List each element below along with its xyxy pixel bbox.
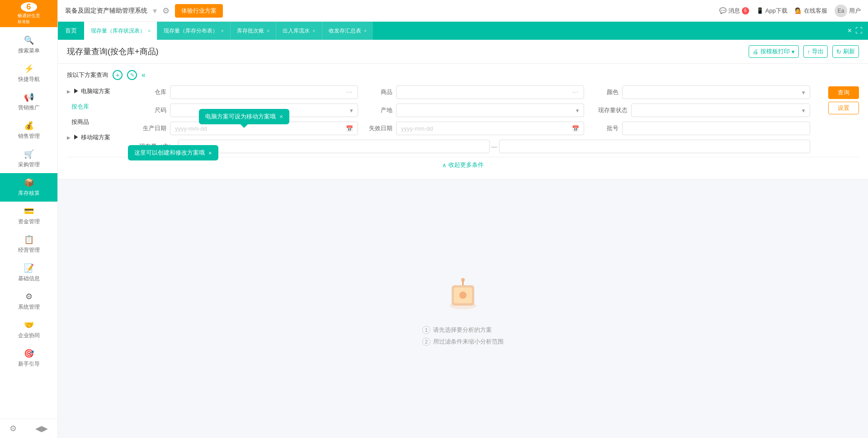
industry-btn[interactable]: 体验行业方案 — [175, 4, 223, 18]
export-icon: ↑ — [807, 48, 811, 55]
desktop-sub2-label: 按商品 — [71, 118, 89, 126]
sidebar-item-guide[interactable]: 🎯 新手引导 — [0, 344, 57, 372]
tooltip-close-btn[interactable]: × — [279, 113, 283, 120]
sidebar-item-inventory[interactable]: 📦 库存核算 — [0, 173, 57, 202]
origin-dropdown-icon: ▾ — [576, 107, 579, 114]
export-label: 导出 — [812, 47, 824, 56]
settings-btn[interactable]: 设置 — [828, 102, 859, 114]
finance-icon: 💳 — [24, 206, 34, 216]
refresh-btn[interactable]: ↻ 刷新 — [832, 45, 859, 58]
export-btn[interactable]: ↑ 导出 — [803, 45, 828, 58]
goods-dots-icon[interactable]: ··· — [571, 88, 580, 96]
stock-status-select[interactable]: ▾ — [631, 104, 810, 117]
print-dropdown-icon: ▾ — [792, 48, 795, 55]
empty-svg — [440, 272, 486, 317]
edit-scheme-btn[interactable]: ✎ — [127, 70, 137, 80]
batch-input[interactable] — [622, 122, 810, 135]
tab-close-icon[interactable]: × — [364, 28, 367, 33]
exp-date-label: 失效日期 — [365, 124, 392, 132]
dropdown-icon[interactable]: ▾ — [153, 6, 157, 16]
online-service-item[interactable]: 💁 在线客服 — [795, 7, 827, 15]
mobile-scheme-label: ▶ 移动端方案 — [73, 133, 110, 141]
sidebar-item-purchase[interactable]: 🛒 采购管理 — [0, 145, 57, 173]
tab-bar: 首页 现存量（库存状况表） × 现存量（库存分布表） × 库存批次账 × 出入库… — [58, 22, 868, 40]
sidebar-item-nav[interactable]: ⚡ 快捷导航 — [0, 59, 57, 88]
tab-batch[interactable]: 库存批次账 × — [230, 22, 276, 40]
origin-label: 产地 — [365, 106, 392, 114]
avatar: Ea — [835, 5, 847, 17]
add-scheme-btn[interactable]: + — [113, 70, 123, 80]
refresh-label: 刷新 — [843, 47, 855, 56]
page-title: 现存量查询(按仓库+商品) — [67, 46, 159, 57]
collapse-sidebar-icon[interactable]: ◀▶ — [35, 424, 48, 433]
stock-qty-max[interactable] — [499, 140, 811, 153]
system-icon: ⚙ — [25, 292, 33, 301]
prev-scheme-icon[interactable]: « — [142, 71, 146, 79]
tab-close-icon[interactable]: × — [221, 28, 223, 33]
tab-close-icon[interactable]: × — [267, 28, 269, 33]
size-label: 尺码 — [139, 106, 166, 114]
sidebar-nav: 🔍 搜索菜单 ⚡ 快捷导航 📢 营销推广 💰 销售管理 🛒 采购管理 📦 库存核… — [0, 27, 57, 419]
service-icon: 💁 — [795, 7, 802, 14]
color-select[interactable]: ▾ — [622, 85, 810, 99]
tab-home[interactable]: 首页 — [58, 22, 84, 40]
lightning-icon: ⚡ — [24, 64, 34, 74]
sidebar-item-management[interactable]: 📋 经营管理 — [0, 230, 57, 259]
tab-summary[interactable]: 收发存汇总表 × — [322, 22, 373, 40]
warehouse-dots-icon[interactable]: ··· — [344, 88, 354, 96]
tab-inventory-dist[interactable]: 现存量（库存分布表） × — [157, 22, 230, 40]
sidebar-item-basic[interactable]: 📝 基础信息 — [0, 259, 57, 287]
top-header: 装备及固定资产辅助管理系统 ▾ ⚙ 体验行业方案 💬 消息 6 📱 App下载 … — [58, 0, 868, 22]
origin-select[interactable]: ▾ — [396, 104, 584, 117]
settings-icon[interactable]: ⚙ — [162, 6, 170, 16]
scheme-desktop-sub2[interactable]: 按商品 — [67, 116, 130, 128]
sidebar-item-label: 企业协同 — [18, 332, 40, 339]
empty-state: 1 请先选择要分析的方案 2 用过滤条件来缩小分析范围 — [58, 179, 868, 438]
stock-qty-min[interactable] — [178, 140, 490, 153]
sidebar-item-marketing[interactable]: 📢 营销推广 — [0, 88, 57, 116]
goods-input[interactable] — [400, 86, 571, 99]
tooltip-desktop-scheme: 电脑方案可设为移动方案哦 × — [199, 109, 289, 124]
message-badge: 6 — [742, 7, 749, 14]
app-download-item[interactable]: 📱 App下载 — [756, 7, 788, 15]
form-row-4: 现存量（主） — — [139, 140, 810, 153]
tab-inout-flow[interactable]: 出入库流水 × — [276, 22, 321, 40]
color-dropdown-icon: ▾ — [802, 89, 805, 96]
query-header-text: 按以下方案查询 — [67, 71, 108, 79]
sidebar-item-system[interactable]: ⚙ 系统管理 — [0, 287, 57, 316]
print-btn[interactable]: 🖨 按模板打印 ▾ — [749, 45, 799, 58]
scheme-desktop-sub[interactable]: 按仓库 — [67, 101, 130, 113]
exp-date-input[interactable]: yyyy-mm-dd 📅 — [396, 122, 584, 135]
sidebar: 6 畅通好生意 标准版 🔍 搜索菜单 ⚡ 快捷导航 📢 营销推广 💰 销售管理 … — [0, 0, 58, 438]
hint-num-1: 1 — [422, 326, 430, 334]
tab-close-icon[interactable]: × — [312, 28, 315, 33]
query-section: 电脑方案可设为移动方案哦 × 这里可以创建和修改方案哦 × 按以下方案查询 + … — [58, 64, 868, 179]
user-item[interactable]: Ea 用户 — [835, 5, 861, 17]
scheme-desktop[interactable]: ▶ ▶ 电脑端方案 — [67, 85, 130, 97]
tab-close-icon[interactable]: × — [148, 28, 151, 33]
print-icon: 🖨 — [753, 48, 759, 55]
message-item[interactable]: 💬 消息 6 — [719, 7, 749, 15]
svg-point-3 — [459, 292, 467, 299]
sidebar-item-sales[interactable]: 💰 销售管理 — [0, 116, 57, 145]
calendar2-icon[interactable]: 📅 — [572, 125, 579, 132]
page-content: 现存量查询(按仓库+商品) 🖨 按模板打印 ▾ ↑ 导出 ↻ 刷新 — [58, 40, 868, 438]
hint-text-1: 请先选择要分析的方案 — [433, 326, 492, 334]
sidebar-item-search[interactable]: 🔍 搜索菜单 — [0, 31, 57, 59]
tooltip2-close-btn[interactable]: × — [208, 150, 212, 156]
tab-bar-right: × ⛶ — [848, 27, 868, 35]
calendar-icon[interactable]: 📅 — [346, 125, 353, 132]
hint-text-2: 用过滤条件来缩小分析范围 — [433, 338, 504, 346]
color-label: 颜色 — [591, 88, 618, 96]
warehouse-input[interactable] — [174, 86, 344, 99]
logo-icon: 6 — [21, 2, 37, 12]
expand-icon[interactable]: ⛶ — [855, 27, 863, 35]
close-all-icon[interactable]: × — [848, 27, 852, 35]
tab-inventory-status[interactable]: 现存量（库存状况表） × — [84, 22, 157, 40]
sidebar-item-label: 搜索菜单 — [18, 47, 40, 55]
sidebar-item-finance[interactable]: 💳 资金管理 — [0, 202, 57, 230]
settings-bottom-icon[interactable]: ⚙ — [9, 424, 17, 433]
search-btn[interactable]: 查询 — [828, 86, 859, 99]
sidebar-item-enterprise[interactable]: 🤝 企业协同 — [0, 316, 57, 344]
scheme-mobile[interactable]: ▶ ▶ 移动端方案 — [67, 132, 130, 143]
